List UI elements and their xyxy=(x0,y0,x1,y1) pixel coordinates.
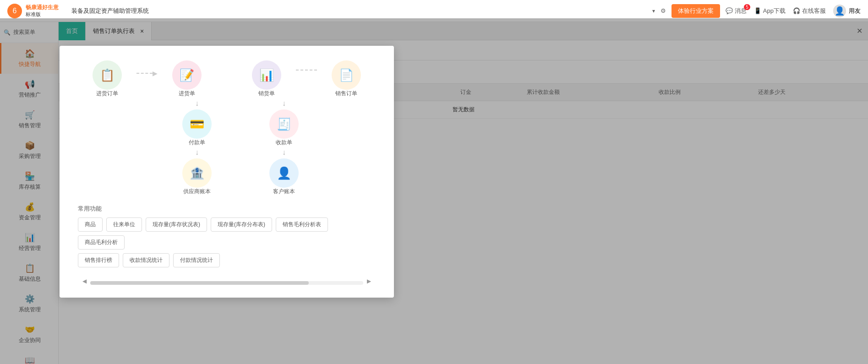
sales-order-icon: 📄 xyxy=(332,60,361,90)
system-dropdown-button[interactable]: ▾ xyxy=(652,8,655,14)
flow-row-2: 💳 付款单 🧾 收款单 xyxy=(78,109,376,147)
receipt-label: 收款单 xyxy=(276,139,292,147)
func-btn-payment-stats[interactable]: 付款情况统计 xyxy=(173,253,220,267)
flow-node-supplier-account[interactable]: 🏦 供应商账本 xyxy=(165,158,229,196)
payment-icon: 💳 xyxy=(182,109,212,139)
logo-text: 畅康通好生意 标准版 xyxy=(26,4,59,18)
common-functions-title: 常用功能 xyxy=(78,205,376,213)
system-name: 装备及固定资产辅助管理系统 xyxy=(71,7,647,15)
user-area[interactable]: 👤 用友 xyxy=(833,5,861,17)
func-btn-receipt-stats[interactable]: 收款情况统计 xyxy=(123,253,169,267)
avatar: 👤 xyxy=(833,5,846,17)
spacer-mid xyxy=(216,60,237,70)
purchase-order-icon: 📋 xyxy=(93,60,122,90)
func-btn-sales-margin[interactable]: 销售毛利分析表 xyxy=(276,217,328,232)
func-buttons-row2: 销售排行榜 收款情况统计 付款情况统计 xyxy=(78,253,376,267)
arrow-payment-down: ↓ xyxy=(165,148,229,157)
content-area: 首页 销售订单执行表 × ✕ ❓ 帮助 🖨 按模板打印 xyxy=(59,22,868,364)
modal-scrollbar-container: ◀ ▶ xyxy=(78,274,376,288)
customer-account-icon: 👤 xyxy=(269,158,299,188)
logo-icon: 6 xyxy=(7,4,22,18)
purchase-order-label: 进货订单 xyxy=(96,90,118,98)
scroll-right-button[interactable]: ▶ xyxy=(367,278,371,284)
flow-arrows-down-row2: ↓ ↓ xyxy=(78,148,376,157)
flow-node-sales-bill[interactable]: 📊 销货单 xyxy=(237,60,296,98)
purchase-bill-icon: 📝 xyxy=(172,60,202,90)
modal-scrollbar[interactable] xyxy=(90,281,363,285)
customer-account-label: 客户账本 xyxy=(273,188,295,196)
supplier-account-icon: 🏦 xyxy=(182,158,212,188)
flow-row-1: 📋 进货订单 ▶ xyxy=(78,60,376,98)
app-download-button[interactable]: 📱 App下载 xyxy=(754,7,786,15)
supplier-account-label: 供应商账本 xyxy=(183,188,211,196)
service-icon: 🎧 xyxy=(793,7,800,14)
flow-node-purchase-order[interactable]: 📋 进货订单 xyxy=(78,60,136,98)
scrollbar-track xyxy=(90,281,309,285)
func-btn-partner[interactable]: 往来单位 xyxy=(106,217,142,232)
payment-label: 付款单 xyxy=(189,139,205,147)
download-icon: 📱 xyxy=(754,7,761,14)
message-badge: 5 xyxy=(744,4,750,10)
flow-node-receipt[interactable]: 🧾 收款单 xyxy=(252,109,316,147)
func-btn-stock-status[interactable]: 现存量(库存状况表) xyxy=(146,217,207,232)
arrow-sales-down: ↓ xyxy=(252,99,316,108)
flow-node-payment[interactable]: 💳 付款单 xyxy=(165,109,229,147)
common-functions: 常用功能 商品 往来单位 现存量(库存状况表) 现存量(库存分布表) 销售毛利分… xyxy=(78,205,376,267)
arrow-purchase-down: ↓ xyxy=(165,99,229,108)
arrow-receipt-down: ↓ xyxy=(252,148,316,157)
online-service-button[interactable]: 🎧 在线客服 xyxy=(793,7,826,15)
purchase-bill-label: 进货单 xyxy=(179,90,195,98)
sales-bill-label: 销货单 xyxy=(258,90,275,98)
app-container: 6 畅康通好生意 标准版 装备及固定资产辅助管理系统 ▾ ⚙ 体验行业方案 💬 … xyxy=(0,0,868,364)
settings-button[interactable]: ⚙ xyxy=(661,7,666,14)
trial-button[interactable]: 体验行业方案 xyxy=(671,4,720,18)
message-icon: 💬 xyxy=(726,7,733,14)
logo-area: 6 畅康通好生意 标准版 xyxy=(7,4,66,18)
main-area: 🔍 搜索菜单 🏠 快捷导航 📢 营销推广 🛒 销售管理 📦 采购管理 xyxy=(0,22,868,364)
arrow-purchase-to-bill: ▶ xyxy=(136,60,158,77)
user-name: 用友 xyxy=(849,7,861,15)
func-btn-product[interactable]: 商品 xyxy=(78,217,103,232)
flow-diagram: 📋 进货订单 ▶ xyxy=(78,60,376,196)
flow-modal: 📋 进货订单 ▶ xyxy=(60,46,394,298)
func-buttons-row1: 商品 往来单位 现存量(库存状况表) 现存量(库存分布表) 销售毛利分析表 商品… xyxy=(78,217,376,250)
func-btn-stock-dist[interactable]: 现存量(库存分布表) xyxy=(211,217,272,232)
flow-node-purchase-bill[interactable]: 📝 进货单 xyxy=(158,60,216,98)
flow-row-3: 🏦 供应商账本 👤 客户账本 xyxy=(78,158,376,196)
modal-body: 📋 进货订单 ▶ xyxy=(60,46,394,298)
message-button[interactable]: 💬 消息 5 xyxy=(726,7,747,15)
func-btn-product-margin[interactable]: 商品毛利分析 xyxy=(78,235,125,250)
modal-overlay[interactable]: 📋 进货订单 ▶ xyxy=(59,22,868,364)
flow-node-sales-order[interactable]: 📄 销售订单 xyxy=(317,60,376,98)
top-right-area: 💬 消息 5 📱 App下载 🎧 在线客服 👤 用友 xyxy=(726,5,861,17)
sales-order-label: 销售订单 xyxy=(335,90,357,98)
flow-node-customer-account[interactable]: 👤 客户账本 xyxy=(252,158,316,196)
flow-arrows-down-row: ↓ ↓ xyxy=(78,99,376,108)
scroll-left-button[interactable]: ◀ xyxy=(82,278,87,284)
arrow-order-to-sales xyxy=(296,60,317,71)
sales-bill-icon: 📊 xyxy=(252,60,281,90)
func-btn-sales-ranking[interactable]: 销售排行榜 xyxy=(78,253,119,267)
receipt-icon: 🧾 xyxy=(269,109,299,139)
